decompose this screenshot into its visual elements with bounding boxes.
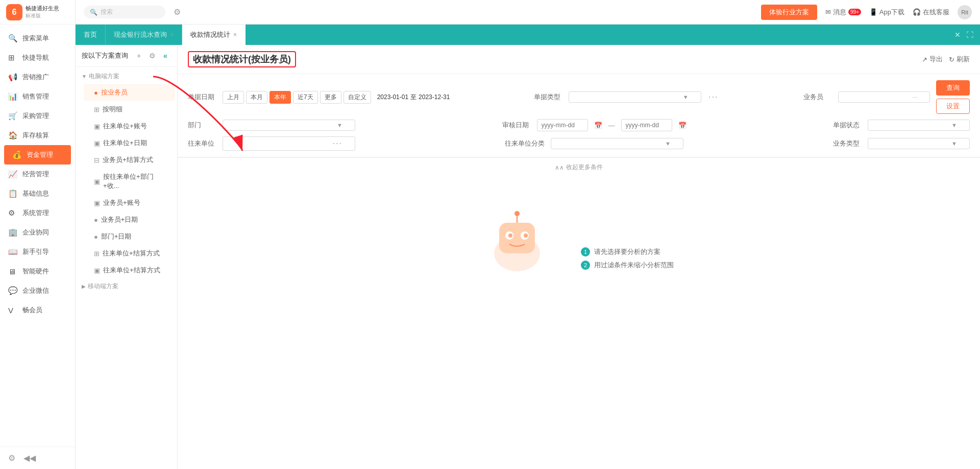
scheme-item-unit-date[interactable]: ▣ 往来单位+日期 bbox=[84, 135, 175, 151]
scheme-collapse-btn[interactable]: « bbox=[160, 50, 171, 61]
robot-svg bbox=[484, 207, 550, 274]
scheme-item-detail[interactable]: ⊞ 按明细 bbox=[84, 101, 175, 118]
sidebar-item-quicknav[interactable]: ⊞ 快捷导航 bbox=[0, 48, 75, 67]
salesman-select[interactable]: ··· bbox=[838, 91, 930, 103]
tabbar: 首页 现金银行流水查询 × 收款情况统计 × ✕ ⛶ bbox=[76, 25, 980, 45]
refresh-btn[interactable]: ↻ 刷新 bbox=[949, 55, 970, 64]
user-avatar[interactable]: Rit bbox=[958, 5, 972, 19]
refresh-icon: ↻ bbox=[949, 56, 954, 63]
calendar-icon-from[interactable]: 📅 bbox=[594, 122, 602, 129]
query-btn[interactable]: 查询 bbox=[936, 80, 970, 96]
settings-topbar-icon[interactable]: ⚙ bbox=[174, 7, 181, 17]
tab-receipt-stats[interactable]: 收款情况统计 × bbox=[182, 25, 246, 45]
svg-point-4 bbox=[508, 233, 512, 238]
tip-1: 1 请先选择要分析的方案 bbox=[581, 247, 674, 256]
doc-type-more-btn[interactable]: ··· bbox=[708, 92, 718, 102]
collapse-bar[interactable]: ∧∧ 收起更多条件 bbox=[178, 157, 980, 177]
dept-select[interactable]: ▼ bbox=[223, 120, 355, 131]
date-btns: 上月 本月 本年 近7天 更多 自定义 bbox=[223, 91, 371, 104]
doc-status-select[interactable]: ▼ bbox=[868, 120, 970, 131]
trial-btn[interactable]: 体验行业方案 bbox=[761, 5, 817, 20]
scheme-header: 按以下方案查询 + ⚙ « bbox=[76, 45, 177, 67]
scheme-item-unit-dept[interactable]: ▣ 按往来单位+部门+收... bbox=[84, 169, 175, 194]
dept-arrow: ▼ bbox=[337, 122, 342, 128]
sidebar-item-newbie[interactable]: 📖 新手引导 bbox=[0, 242, 75, 262]
sidebar-item-member[interactable]: V 畅会员 bbox=[0, 300, 75, 320]
scheme-item-unit-settle1[interactable]: ⊞ 往来单位+结算方式 bbox=[84, 245, 175, 262]
sidebar-item-search[interactable]: 🔍 搜索菜单 bbox=[0, 29, 75, 48]
sidebar-item-company[interactable]: 🏢 企业协同 bbox=[0, 223, 75, 242]
scheme-item-salesman-account[interactable]: ▣ 业务员+账号 bbox=[84, 195, 175, 211]
date-btn-last-month[interactable]: 上月 bbox=[223, 91, 244, 104]
date-btn-this-month[interactable]: 本月 bbox=[246, 91, 267, 104]
export-btn[interactable]: ↗ 导出 bbox=[922, 55, 943, 64]
scheme-group-mobile[interactable]: ▶ 移动端方案 bbox=[76, 279, 177, 294]
sidebar-item-marketing[interactable]: 📢 营销推广 bbox=[0, 67, 75, 87]
window-maximize-btn[interactable]: ⛶ bbox=[966, 31, 974, 39]
topbar-search[interactable]: 🔍 搜索 bbox=[84, 6, 165, 18]
sidebar-item-inventory[interactable]: 🏠 库存核算 bbox=[0, 126, 75, 145]
messages-btn[interactable]: ✉ 消息 99+ bbox=[825, 8, 861, 17]
page-area: 按以下方案查询 + ⚙ « ▼ 电脑端方案 bbox=[76, 45, 980, 469]
doc-type-arrow: ▼ bbox=[683, 94, 689, 100]
scheme-settings-btn[interactable]: ⚙ bbox=[146, 50, 158, 61]
tab-close-receipt-stats[interactable]: × bbox=[233, 31, 237, 38]
item-icon-salesman: ● bbox=[94, 89, 98, 97]
tip-2: 2 用过滤条件来缩小分析范围 bbox=[581, 261, 674, 270]
marketing-icon: 📢 bbox=[8, 73, 18, 82]
sidebar-item-sales[interactable]: 📊 销售管理 bbox=[0, 87, 75, 106]
system-icon: ⚙ bbox=[8, 208, 18, 218]
biz-type-label: 业务类型 bbox=[833, 139, 862, 148]
tab-home[interactable]: 首页 bbox=[76, 25, 106, 45]
date-btn-this-year[interactable]: 本年 bbox=[270, 91, 291, 104]
salesman-arrow: ··· bbox=[913, 94, 917, 100]
review-date-from[interactable] bbox=[537, 119, 588, 131]
sidebar-item-purchase[interactable]: 🛒 采购管理 bbox=[0, 106, 75, 126]
robot-illustration bbox=[484, 207, 550, 274]
tab-close-bank-flow[interactable]: × bbox=[170, 31, 174, 38]
tab-bank-flow[interactable]: 现金银行流水查询 × bbox=[106, 25, 182, 45]
app-download-btn[interactable]: 📱 App下载 bbox=[869, 8, 904, 17]
date-btn-7days[interactable]: 近7天 bbox=[293, 91, 318, 104]
sidebar-item-wechat[interactable]: 💬 企业微信 bbox=[0, 281, 75, 300]
doc-type-select[interactable]: ▼ bbox=[569, 91, 701, 103]
online-service-btn[interactable]: 🎧 在线客服 bbox=[913, 8, 949, 17]
topbar-actions: 体验行业方案 ✉ 消息 99+ 📱 App下载 🎧 在线客服 Rit bbox=[761, 5, 972, 20]
date-range-divider: — bbox=[608, 122, 615, 129]
scheme-add-btn[interactable]: + bbox=[133, 50, 144, 61]
scheme-item-salesman[interactable]: ● 按业务员 bbox=[84, 84, 175, 101]
window-close-btn[interactable]: ✕ bbox=[953, 31, 962, 39]
review-date-label: 审核日期 bbox=[502, 121, 531, 130]
set-btn[interactable]: 设置 bbox=[936, 99, 970, 114]
main-area: 🔍 搜索 ⚙ 体验行业方案 ✉ 消息 99+ 📱 App下载 🎧 在线客服 Ri… bbox=[76, 0, 980, 469]
scheme-group-pc[interactable]: ▼ 电脑端方案 bbox=[76, 69, 177, 84]
sidebar-nav: 🔍 搜索菜单 ⊞ 快捷导航 📢 营销推广 📊 销售管理 🛒 采购管理 🏠 库存核… bbox=[0, 25, 75, 447]
biz-type-select[interactable]: ▼ bbox=[868, 138, 970, 149]
scheme-item-unit-settle2[interactable]: ▣ 往来单位+结算方式 bbox=[84, 262, 175, 278]
scheme-item-salesman-settle[interactable]: ⊟ 业务员+结算方式 bbox=[84, 152, 175, 168]
group-arrow-mobile: ▶ bbox=[82, 284, 86, 289]
date-from: 2023-01-01 bbox=[377, 93, 408, 101]
settings-icon[interactable]: ⚙ bbox=[8, 453, 15, 463]
sidebar-item-baseinfo[interactable]: 📋 基础信息 bbox=[0, 184, 75, 203]
date-btn-custom[interactable]: 自定义 bbox=[344, 91, 371, 104]
sidebar-item-system[interactable]: ⚙ 系统管理 bbox=[0, 203, 75, 223]
sales-icon: 📊 bbox=[8, 92, 18, 101]
from-unit-class-select[interactable]: ▼ bbox=[551, 138, 683, 149]
scheme-item-unit-account[interactable]: ▣ 往来单位+账号 bbox=[84, 118, 175, 134]
review-date-to[interactable] bbox=[621, 119, 672, 131]
item-icon-dd: ● bbox=[94, 233, 98, 241]
sidebar-item-hardware[interactable]: 🖥 智能硬件 bbox=[0, 262, 75, 281]
wechat-icon: 💬 bbox=[8, 286, 18, 295]
calendar-icon-to[interactable]: 📅 bbox=[678, 122, 687, 129]
sidebar-item-finance[interactable]: 💰 资金管理 bbox=[4, 145, 71, 165]
sidebar-item-operations[interactable]: 📈 经营管理 bbox=[0, 165, 75, 184]
scheme-item-dept-date[interactable]: ● 部门+日期 bbox=[84, 228, 175, 245]
filter-row-2: 部门 ▼ 审核日期 📅 — 📅 单据状态 bbox=[188, 119, 970, 131]
from-unit-more-btn[interactable]: ··· bbox=[333, 139, 342, 148]
date-btn-more[interactable]: 更多 bbox=[320, 91, 341, 104]
logo-icon: 6 bbox=[6, 4, 22, 20]
from-unit-select[interactable]: ··· bbox=[223, 136, 355, 151]
scheme-item-salesman-date[interactable]: ● 业务员+日期 bbox=[84, 212, 175, 228]
collapse-sidebar-icon[interactable]: ◀◀ bbox=[23, 453, 36, 463]
